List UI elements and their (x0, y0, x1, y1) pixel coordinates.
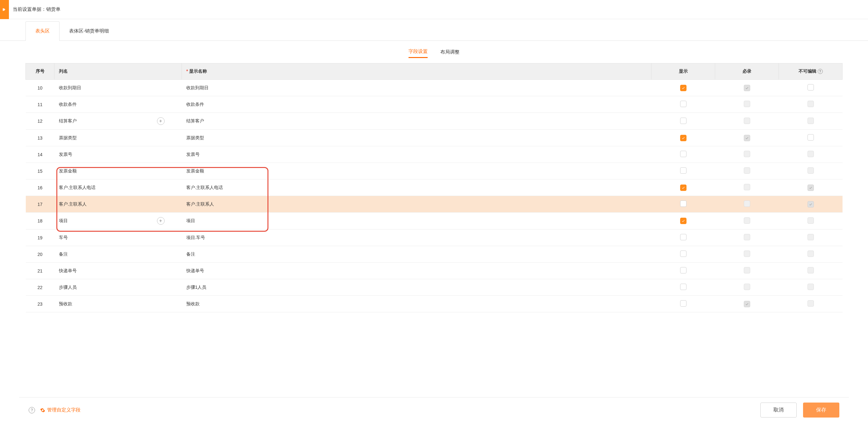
expand-button[interactable]: + (157, 217, 165, 225)
show-checkbox[interactable] (680, 118, 686, 124)
cell-show (651, 296, 715, 312)
th-index: 序号 (26, 63, 55, 80)
show-checkbox[interactable] (680, 151, 686, 157)
show-checkbox[interactable] (680, 300, 686, 307)
field-name-text: 备注 (59, 252, 68, 257)
cell-readonly (779, 212, 842, 229)
cell-readonly (779, 263, 842, 279)
readonly-checkbox (807, 201, 814, 207)
cell-display-name[interactable]: 备注 (182, 246, 651, 263)
cell-index: 16 (26, 179, 55, 196)
help-icon[interactable]: ? (29, 407, 35, 413)
th-readonly: 不可编辑? (779, 63, 842, 80)
readonly-checkbox (807, 167, 814, 174)
collapse-toggle-button[interactable] (0, 0, 9, 19)
cell-index: 15 (26, 163, 55, 179)
tab-header-area[interactable]: 表头区 (26, 21, 60, 41)
cell-show (651, 80, 715, 96)
cell-required (715, 246, 779, 263)
required-checkbox (744, 284, 750, 290)
readonly-checkbox (807, 300, 814, 307)
table-row: 18项目+项目 (26, 212, 842, 229)
cell-display-name[interactable]: 预收款 (182, 296, 651, 312)
show-checkbox[interactable] (680, 218, 686, 224)
cell-display-name[interactable]: 客户.主联系人 (182, 196, 651, 212)
show-checkbox[interactable] (680, 184, 686, 191)
cell-name: 备注 (55, 246, 182, 263)
cell-index: 21 (26, 263, 55, 279)
cell-show (651, 246, 715, 263)
cell-display-name[interactable]: 结算客户 (182, 113, 651, 130)
show-checkbox[interactable] (680, 251, 686, 257)
cell-readonly (779, 96, 842, 113)
cell-required (715, 212, 779, 229)
table-row: 21快递单号快递单号 (26, 263, 842, 279)
cell-index: 11 (26, 96, 55, 113)
readonly-checkbox[interactable] (807, 134, 814, 141)
readonly-checkbox[interactable] (807, 84, 814, 90)
footer-left: ? 管理自定义字段 (29, 407, 81, 413)
show-checkbox[interactable] (680, 135, 686, 141)
readonly-checkbox (807, 218, 814, 224)
cell-display-name[interactable]: 项目.车号 (182, 229, 651, 246)
cell-show (651, 130, 715, 146)
cell-readonly (779, 279, 842, 296)
chevron-right-icon (2, 7, 7, 12)
cell-display-name[interactable]: 收款到期日 (182, 80, 651, 96)
tab-field-settings[interactable]: 字段设置 (408, 46, 428, 58)
help-icon[interactable]: ? (818, 69, 823, 74)
cell-index: 20 (26, 246, 55, 263)
show-checkbox[interactable] (680, 85, 686, 91)
cell-display-name[interactable]: 步骤1人员 (182, 279, 651, 296)
show-checkbox[interactable] (680, 267, 686, 274)
manage-custom-fields-link[interactable]: 管理自定义字段 (40, 407, 81, 413)
cell-index: 13 (26, 130, 55, 146)
show-checkbox[interactable] (680, 167, 686, 174)
cell-required (715, 146, 779, 163)
footer-bar: ? 管理自定义字段 取消 保存 (19, 397, 849, 423)
required-checkbox (744, 85, 750, 91)
cell-display-name[interactable]: 快递单号 (182, 263, 651, 279)
cell-display-name[interactable]: 项目 (182, 212, 651, 229)
cell-name: 预收款 (55, 296, 182, 312)
cell-name: 步骤人员 (55, 279, 182, 296)
topbar: 当前设置单据：销货单 (0, 0, 868, 19)
readonly-checkbox (807, 101, 814, 107)
cell-name: 快递单号 (55, 263, 182, 279)
save-button[interactable]: 保存 (803, 403, 839, 418)
show-checkbox[interactable] (680, 200, 686, 207)
cell-show (651, 229, 715, 246)
tab-body-area[interactable]: 表体区-销货单明细 (60, 22, 119, 40)
show-checkbox[interactable] (680, 101, 686, 107)
required-checkbox (744, 301, 750, 307)
cell-display-name[interactable]: 发票金额 (182, 163, 651, 179)
cell-name: 票据类型 (55, 130, 182, 146)
required-checkbox (744, 267, 750, 274)
expand-button[interactable]: + (157, 117, 165, 125)
cell-display-name[interactable]: 收款条件 (182, 96, 651, 113)
cell-display-name[interactable]: 客户.主联系人电话 (182, 179, 651, 196)
table-row: 14发票号发票号 (26, 146, 842, 163)
table-row: 23预收款预收款 (26, 296, 842, 312)
required-checkbox (744, 118, 750, 124)
cell-show (651, 212, 715, 229)
required-star-icon: * (186, 68, 188, 74)
cell-readonly (779, 296, 842, 312)
tab-layout-adjust[interactable]: 布局调整 (440, 47, 460, 58)
cell-show (651, 96, 715, 113)
field-name-text: 收款到期日 (59, 85, 81, 91)
cell-name: 结算客户+ (55, 113, 182, 130)
show-checkbox[interactable] (680, 284, 686, 290)
table-row: 22步骤人员步骤1人员 (26, 279, 842, 296)
cell-show (651, 113, 715, 130)
readonly-checkbox (807, 184, 814, 191)
field-name-text: 票据类型 (59, 135, 77, 141)
cell-required (715, 130, 779, 146)
show-checkbox[interactable] (680, 234, 686, 240)
cell-required (715, 163, 779, 179)
cell-display-name[interactable]: 发票号 (182, 146, 651, 163)
field-name-text: 发票金额 (59, 168, 77, 174)
cell-display-name[interactable]: 票据类型 (182, 130, 651, 146)
cancel-button[interactable]: 取消 (761, 403, 797, 418)
required-checkbox (744, 101, 750, 107)
